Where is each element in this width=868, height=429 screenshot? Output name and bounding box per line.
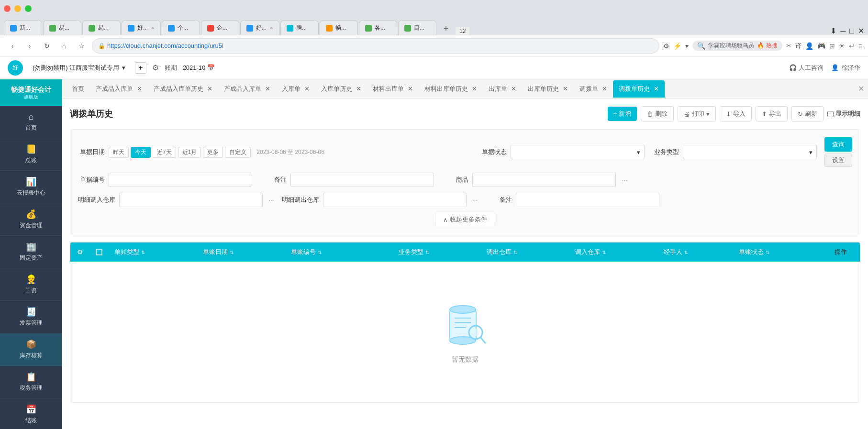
th-doctype[interactable]: 单账类型 ⇅ bbox=[109, 248, 197, 256]
delete-btn[interactable]: 🗑 删除 bbox=[641, 106, 674, 121]
date-btn-today[interactable]: 今天 bbox=[131, 147, 151, 158]
date-btn-1month[interactable]: 近1月 bbox=[178, 147, 201, 158]
sidebar-item-reports[interactable]: 📊 云报表中心 bbox=[0, 171, 62, 203]
export-btn[interactable]: ⬆ 导出 bbox=[756, 106, 788, 121]
search-bar[interactable]: 🔍 学霸应聘场驱鸟员 🔥 热搜 bbox=[692, 41, 782, 51]
downloads-icon[interactable]: ⬇ bbox=[830, 26, 836, 35]
filter-status-select[interactable]: ▾ bbox=[511, 145, 645, 159]
extension-2[interactable]: ⚡ bbox=[673, 42, 681, 50]
display-toggle[interactable]: 显示明细 bbox=[827, 110, 860, 118]
grid-icon[interactable]: ⊞ bbox=[829, 42, 835, 50]
browser-tab-7-close[interactable]: ✕ bbox=[269, 25, 273, 31]
new-btn[interactable]: + 新增 bbox=[608, 107, 637, 121]
sidebar-item-inventory[interactable]: 📦 库存核算 bbox=[0, 333, 62, 366]
tab-panel-close[interactable]: ✕ bbox=[858, 84, 864, 93]
tab-material-outbound[interactable]: 材料出库单 ✕ bbox=[367, 80, 419, 98]
user-info[interactable]: 👤 徐泽华 bbox=[831, 64, 860, 72]
th-handler[interactable]: 经手人 ⇅ bbox=[658, 248, 734, 256]
tab-material-outbound-history-close[interactable]: ✕ bbox=[472, 85, 477, 92]
close-browser-icon[interactable]: ✕ bbox=[858, 26, 864, 35]
browser-tab-9[interactable]: 畅... bbox=[320, 20, 358, 35]
new-tab-btn[interactable]: + bbox=[439, 22, 453, 35]
filter-detail-note-input[interactable] bbox=[516, 193, 659, 207]
dropdown-icon[interactable]: ▾ bbox=[685, 42, 689, 50]
window-minimize[interactable] bbox=[14, 5, 21, 12]
th-checkbox[interactable] bbox=[89, 249, 109, 255]
tab-transfer[interactable]: 调拨单 ✕ bbox=[574, 80, 613, 98]
date-btn-custom[interactable]: 自定义 bbox=[225, 147, 251, 158]
tab-finished-inbound2[interactable]: 产成品入库单 ✕ bbox=[218, 80, 276, 98]
browser-tab-4[interactable]: 好... ✕ bbox=[122, 20, 161, 35]
sidebar-item-funds[interactable]: 💰 资金管理 bbox=[0, 203, 62, 236]
user-icon[interactable]: 👤 bbox=[805, 42, 813, 50]
print-btn[interactable]: 🖨 打印 ▾ bbox=[678, 106, 716, 121]
browser-tab-8[interactable]: 腾... bbox=[280, 20, 319, 35]
browser-tab-3[interactable]: 易... bbox=[82, 20, 121, 35]
company-selector[interactable]: (勿删勿禁用) 江西服宝测试专用 ▾ bbox=[29, 62, 129, 74]
date-btn-7days[interactable]: 近7天 bbox=[153, 147, 176, 158]
th-settings[interactable]: ⚙ bbox=[70, 248, 89, 256]
browser-tab-11[interactable]: 目... bbox=[398, 20, 436, 35]
sidebar-item-home[interactable]: ⌂ 首页 bbox=[0, 106, 62, 138]
filter-docno-input[interactable] bbox=[109, 173, 252, 187]
add-company-btn[interactable]: + bbox=[135, 62, 146, 74]
tab-finished-inbound[interactable]: 产成品入库单 ✕ bbox=[90, 80, 148, 98]
tab-finished-inbound-history[interactable]: 产成品入库单历史 ✕ bbox=[148, 80, 218, 98]
translate-icon[interactable]: 译 bbox=[795, 42, 801, 50]
browser-tab-6[interactable]: 企... bbox=[201, 20, 239, 35]
tab-inbound[interactable]: 入库单 ✕ bbox=[276, 80, 315, 98]
th-out-warehouse[interactable]: 调出仓库 ⇅ bbox=[481, 248, 569, 256]
settings-gear-icon[interactable]: ⚙ bbox=[152, 63, 159, 72]
sidebar-item-tax[interactable]: 📋 税务管理 bbox=[0, 366, 62, 398]
display-toggle-checkbox[interactable] bbox=[827, 111, 834, 117]
tab-home[interactable]: 首页 bbox=[66, 80, 90, 98]
sidebar-item-assets[interactable]: 🏢 固定资产 bbox=[0, 236, 62, 268]
sidebar-item-ledger[interactable]: 📒 总账 bbox=[0, 138, 62, 171]
app-logo[interactable]: 好 bbox=[8, 60, 23, 76]
filter-detail-in-input[interactable] bbox=[119, 193, 263, 207]
back-button[interactable]: ‹ bbox=[6, 39, 19, 53]
window-maximize[interactable] bbox=[25, 5, 32, 12]
browser-tab-5[interactable]: 个... bbox=[162, 20, 200, 35]
tab-material-outbound-history[interactable]: 材料出库单历史 ✕ bbox=[419, 80, 483, 98]
undo-icon[interactable]: ↩ bbox=[849, 42, 855, 50]
goods-dots[interactable]: ··· bbox=[622, 176, 627, 184]
period-value[interactable]: 2021-10 📅 bbox=[183, 64, 215, 71]
tab-count[interactable]: 12 bbox=[456, 27, 469, 35]
restore-browser-icon[interactable]: □ bbox=[849, 27, 854, 35]
tab-outbound-history[interactable]: 出库单历史 ✕ bbox=[522, 80, 574, 98]
home-button[interactable]: ⌂ bbox=[57, 39, 71, 53]
menu-icon[interactable]: ≡ bbox=[858, 42, 862, 50]
browser-tab-2[interactable]: 易... bbox=[43, 20, 81, 35]
detail-in-dots[interactable]: ··· bbox=[268, 196, 274, 204]
select-all-checkbox[interactable] bbox=[96, 249, 102, 255]
minimize-browser-icon[interactable]: ─ bbox=[840, 27, 846, 35]
theme-icon[interactable]: ☀ bbox=[839, 42, 845, 50]
sidebar-item-close[interactable]: 📅 结账 bbox=[0, 398, 62, 429]
tab-inbound-history-close[interactable]: ✕ bbox=[356, 85, 361, 92]
filter-note-input[interactable] bbox=[290, 173, 434, 187]
query-btn[interactable]: 查询 bbox=[824, 137, 852, 152]
filter-goods-input[interactable] bbox=[472, 173, 616, 187]
tab-transfer-history-close[interactable]: ✕ bbox=[654, 85, 659, 92]
tab-transfer-close[interactable]: ✕ bbox=[602, 85, 607, 92]
tab-outbound-close[interactable]: ✕ bbox=[511, 85, 516, 92]
game-icon[interactable]: 🎮 bbox=[817, 42, 825, 50]
filter-settings-btn[interactable]: 设置 bbox=[824, 154, 852, 167]
sidebar-item-invoice[interactable]: 🧾 发票管理 bbox=[0, 301, 62, 333]
date-btn-more[interactable]: 更多 bbox=[203, 147, 223, 158]
import-btn[interactable]: ⬇ 导入 bbox=[720, 106, 752, 121]
tab-outbound[interactable]: 出库单 ✕ bbox=[483, 80, 522, 98]
filter-detail-out-input[interactable] bbox=[323, 193, 467, 207]
th-docno[interactable]: 单账编号 ⇅ bbox=[285, 248, 393, 256]
address-bar[interactable]: 🔒 https://cloud.chanjet.com/accounting/u… bbox=[92, 38, 659, 54]
extension-1[interactable]: ⚙ bbox=[663, 42, 669, 50]
tab-material-outbound-close[interactable]: ✕ bbox=[408, 85, 413, 92]
collapse-btn[interactable]: ∧ 收起更多条件 bbox=[435, 213, 495, 226]
tab-inbound-close[interactable]: ✕ bbox=[304, 85, 310, 92]
bookmark-button[interactable]: ☆ bbox=[75, 39, 88, 53]
th-date[interactable]: 单账日期 ⇅ bbox=[197, 248, 286, 256]
tab-finished-inbound-close[interactable]: ✕ bbox=[137, 85, 142, 92]
th-in-warehouse[interactable]: 调入仓库 ⇅ bbox=[569, 248, 658, 256]
detail-out-dots[interactable]: ··· bbox=[472, 196, 478, 204]
